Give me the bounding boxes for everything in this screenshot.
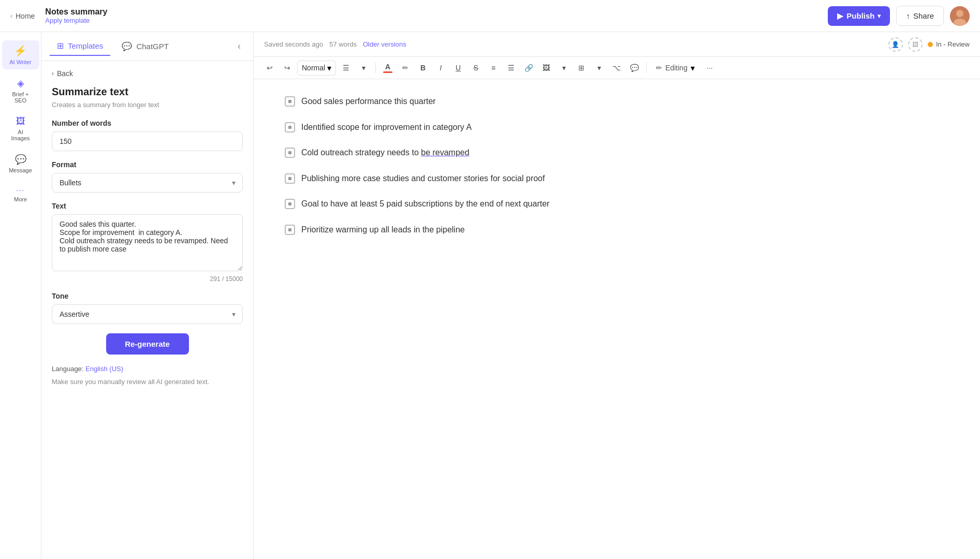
redo-button[interactable]: ↪ <box>280 60 295 76</box>
topbar-right: ▶ Publish ▾ ↑ Share <box>828 6 970 26</box>
sidebar-item-message[interactable]: 💬 Message <box>2 150 39 178</box>
editing-mode-wrap[interactable]: ✏ Editing ▾ <box>651 61 700 75</box>
status-dot-icon <box>928 42 933 47</box>
bullet-item-1: Good sales performance this quarter <box>285 95 949 108</box>
older-versions-link[interactable]: Older versions <box>363 40 406 48</box>
share-button[interactable]: ↑ Share <box>896 6 944 26</box>
tone-select-wrap: Assertive Formal Casual Friendly Profess… <box>52 304 243 324</box>
highlight-button[interactable]: ✏ <box>398 60 413 76</box>
editor-topbar: Saved seconds ago 57 words Older version… <box>254 32 980 57</box>
sidebar-item-more[interactable]: ··· More <box>2 182 39 207</box>
apply-template-link[interactable]: Apply template <box>45 17 107 24</box>
editing-dropdown-icon: ▾ <box>691 63 695 73</box>
bullet-list-button[interactable]: ≡ <box>486 60 501 76</box>
undo-button[interactable]: ↩ <box>262 60 277 76</box>
bold-button[interactable]: B <box>415 60 431 76</box>
number-of-words-input[interactable] <box>52 131 243 151</box>
sidebar-item-ai-writer[interactable]: ⚡ AI Writer <box>2 40 39 69</box>
align-dropdown-button[interactable]: ▾ <box>356 60 371 76</box>
ai-images-icon: 🖼 <box>16 116 25 127</box>
format-select[interactable]: Bullets Numbered Paragraph <box>52 173 243 193</box>
back-label: Back <box>57 69 73 78</box>
sidebar-label-message: Message <box>9 167 32 173</box>
table-button[interactable]: ⊞ <box>574 60 589 76</box>
bullet-item-6: Prioritize warming up all leads in the p… <box>285 223 949 237</box>
text-color-button[interactable]: A <box>380 60 396 76</box>
more-options-button[interactable]: ··· <box>702 60 718 76</box>
editing-icon: ✏ <box>656 64 662 72</box>
editor-area: Saved seconds ago 57 words Older version… <box>254 32 980 559</box>
text-style-select[interactable]: Normal ▾ <box>297 61 336 76</box>
text-style-label: Normal <box>302 64 325 72</box>
bullet-text-6: Prioritize warming up all leads in the p… <box>301 223 465 237</box>
publish-play-icon: ▶ <box>837 11 843 21</box>
message-icon: 💬 <box>15 154 26 165</box>
back-link[interactable]: ‹ Back <box>52 69 243 78</box>
table-dropdown-button[interactable]: ▾ <box>591 60 607 76</box>
bullet-item-3: Cold outreach strategy needs to be revam… <box>285 146 949 159</box>
image-button[interactable]: 🖼 <box>538 60 554 76</box>
format-select-wrap: Bullets Numbered Paragraph ▾ <box>52 173 243 193</box>
template-desc: Creates a summary from longer text <box>52 101 243 109</box>
template-title: Summarize text <box>52 86 243 98</box>
tone-label: Tone <box>52 292 243 300</box>
editor-status: 👤 🖼 In - Review <box>888 37 970 52</box>
bullet-dot-2 <box>285 122 295 133</box>
sidebar-item-brief-seo[interactable]: ◈ Brief + SEO <box>2 73 39 108</box>
underline-text-3: be revamped <box>421 148 469 157</box>
saved-text: Saved seconds ago <box>264 40 323 48</box>
align-button[interactable]: ☰ <box>338 60 354 76</box>
doc-info: Notes summary Apply template <box>45 7 107 24</box>
sidebar-label-ai-images: AI Images <box>8 129 33 141</box>
tab-templates[interactable]: ⊞ Templates <box>50 37 110 56</box>
topbar-left: ‹ Home Notes summary Apply template <box>10 7 107 24</box>
bullet-item-2: Identified scope for improvement in cate… <box>285 121 949 134</box>
comment-button[interactable]: 💬 <box>626 60 642 76</box>
regenerate-button[interactable]: Re-generate <box>106 333 189 355</box>
toolbar-divider-1 <box>375 63 376 73</box>
publish-label: Publish <box>846 11 874 20</box>
disclaimer: Make sure you manually review all AI gen… <box>52 377 243 387</box>
italic-icon: I <box>440 64 442 72</box>
strikethrough-button[interactable]: S <box>468 60 484 76</box>
numbered-list-button[interactable]: ☰ <box>503 60 519 76</box>
tab-chatgpt[interactable]: 💬 ChatGPT <box>114 37 176 55</box>
panel-content: ‹ Back Summarize text Creates a summary … <box>41 61 253 559</box>
language-line: Language: English (US) <box>52 365 243 373</box>
italic-button[interactable]: I <box>433 60 448 76</box>
underline-button[interactable]: U <box>450 60 466 76</box>
topbar: ‹ Home Notes summary Apply template ▶ Pu… <box>0 0 980 32</box>
bullet-item-5: Goal to have at least 5 paid subscriptio… <box>285 197 949 211</box>
number-of-words-label: Number of words <box>52 119 243 127</box>
language-link[interactable]: English (US) <box>85 365 123 373</box>
publish-button[interactable]: ▶ Publish ▾ <box>828 6 890 26</box>
text-input[interactable]: Good sales this quarter. Scope for impro… <box>52 214 243 271</box>
editor-content[interactable]: Good sales performance this quarter Iden… <box>254 79 980 559</box>
status-label: In - Review <box>936 40 970 48</box>
bullet-text-5: Goal to have at least 5 paid subscriptio… <box>301 197 549 211</box>
image-dropdown-button[interactable]: ▾ <box>556 60 572 76</box>
code-button[interactable]: ⌥ <box>609 60 624 76</box>
format-label: Format <box>52 160 243 169</box>
tone-group: Tone Assertive Formal Casual Friendly Pr… <box>52 292 243 324</box>
icon-sidebar: ⚡ AI Writer ◈ Brief + SEO 🖼 AI Images 💬 … <box>0 32 41 559</box>
bullet-dot-1 <box>285 96 295 107</box>
collaborator-avatar-icon: 👤 <box>888 37 903 52</box>
bullet-item-4: Publishing more case studies and custome… <box>285 172 949 185</box>
tone-select[interactable]: Assertive Formal Casual Friendly Profess… <box>52 304 243 324</box>
bold-icon: B <box>420 64 426 72</box>
panel-sidebar: ⊞ Templates 💬 ChatGPT ‹ ‹ Back Summarize… <box>41 32 254 559</box>
sidebar-item-ai-images[interactable]: 🖼 AI Images <box>2 112 39 145</box>
svg-point-1 <box>956 10 963 17</box>
share-icon: ↑ <box>906 11 910 20</box>
home-link[interactable]: ‹ Home <box>10 12 35 20</box>
bullet-text-2: Identified scope for improvement in cate… <box>301 121 472 134</box>
collapse-panel-button[interactable]: ‹ <box>233 39 245 54</box>
main-layout: ⚡ AI Writer ◈ Brief + SEO 🖼 AI Images 💬 … <box>0 32 980 559</box>
chatgpt-tab-label: ChatGPT <box>136 42 169 51</box>
sidebar-label-brief-seo: Brief + SEO <box>8 91 33 104</box>
link-button[interactable]: 🔗 <box>521 60 536 76</box>
avatar[interactable] <box>950 6 970 26</box>
text-style-dropdown-icon: ▾ <box>327 63 331 73</box>
text-color-bar-icon <box>383 71 392 73</box>
